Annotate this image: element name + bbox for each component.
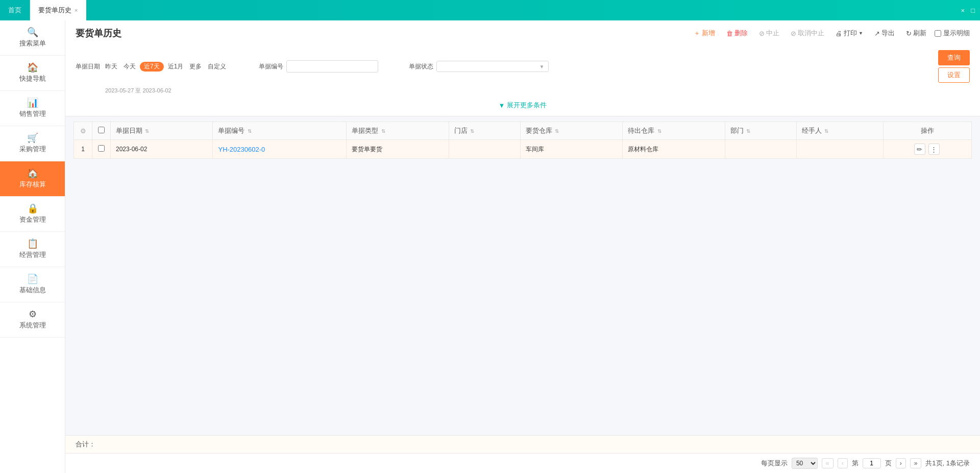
settings-button[interactable]: 设置 [938,67,970,83]
col-store-label: 门店 [454,127,468,134]
col-pending-warehouse-sort-icon: ⇅ [657,128,662,134]
window-close-btn[interactable]: × [961,7,965,14]
window-max-btn[interactable]: □ [971,7,975,14]
first-page-btn[interactable]: « [822,458,834,468]
col-date-sort-icon: ⇅ [145,128,149,134]
date-filter-group: 单据日期 昨天 今天 近7天 近1月 更多 自定义 [76,62,228,72]
next-page-btn[interactable]: › [896,458,906,468]
print-button[interactable]: 🖨 打印 ▼ [832,27,866,40]
sidebar-item-quick-nav[interactable]: 🏠 快捷导航 [0,56,65,91]
search-menu-icon: 🔍 [27,28,38,37]
date-btn-7days[interactable]: 近7天 [140,62,164,72]
date-btn-1month[interactable]: 近1月 [166,62,186,72]
stop-button[interactable]: ⊘ 中止 [756,27,782,40]
basic-info-icon: 📄 [27,274,38,283]
sidebar-item-operations[interactable]: 📋 经营管理 [0,232,65,267]
col-actions-label: 操作 [921,127,934,134]
tab-history-close[interactable]: × [75,7,78,13]
col-checkbox [92,122,111,140]
page-number-input[interactable] [863,458,881,468]
delete-icon: 🗑 [726,30,733,37]
display-detail-checkbox[interactable] [935,30,941,37]
status-dropdown-icon[interactable]: ▼ [539,64,544,69]
stop-icon: ⊘ [759,30,765,37]
expand-more-icon: ▼ [499,102,505,109]
col-department[interactable]: 部门 ⇅ [725,122,796,140]
cell-req-warehouse: 车间库 [520,140,622,159]
sidebar-item-system[interactable]: ⚙ 系统管理 [0,302,65,338]
export-button[interactable]: ↗ 导出 [871,27,898,40]
table-row: 1 2023-06-02 YH-20230602-0 要货单要货 车间库 原材料… [74,140,972,159]
last-page-btn[interactable]: » [910,458,922,468]
status-filter-group: 单据状态 ▼ [409,61,549,72]
col-pending-warehouse[interactable]: 待出仓库 ⇅ [623,122,725,140]
col-req-warehouse[interactable]: 要货仓库 ⇅ [520,122,622,140]
expand-more-label: 展开更多条件 [507,101,547,110]
cell-index: 1 [74,140,92,159]
col-date-label: 单据日期 [116,127,142,134]
sidebar-item-finance[interactable]: 🔒 资金管理 [0,197,65,232]
sidebar-item-inventory-label: 库存核算 [19,180,46,189]
col-req-warehouse-label: 要货仓库 [526,127,552,134]
sidebar-item-search-menu[interactable]: 🔍 搜索菜单 [0,20,65,56]
date-btn-custom[interactable]: 自定义 [206,62,228,72]
row-checkbox[interactable] [98,145,105,152]
add-button[interactable]: ＋ 新增 [691,27,718,40]
col-handler[interactable]: 经手人 ⇅ [797,122,884,140]
system-icon: ⚙ [29,310,37,319]
order-no-label: 单据编号 [259,62,283,71]
col-actions: 操作 [884,122,972,140]
row-more-btn[interactable]: ⋮ [928,144,940,155]
cell-date: 2023-06-02 [111,140,213,159]
table-container: ⚙ 单据日期 ⇅ 单据编号 ⇅ [65,116,980,435]
date-btn-today[interactable]: 今天 [121,62,138,72]
row-edit-btn[interactable]: ✏ [914,144,925,155]
status-input[interactable] [441,63,539,70]
expand-more-btn[interactable]: ▼ 展开更多条件 [76,99,970,112]
sidebar-item-search-label: 搜索菜单 [19,39,46,48]
page-header: 要货单历史 ＋ 新增 🗑 删除 ⊘ 中止 ⊘ [65,20,980,116]
query-button[interactable]: 查询 [938,50,970,65]
data-table: ⚙ 单据日期 ⇅ 单据编号 ⇅ [74,122,972,159]
page-label-prefix: 第 [852,459,859,468]
date-btn-yesterday[interactable]: 昨天 [103,62,119,72]
order-no-input[interactable] [286,60,378,73]
sidebar-item-sales[interactable]: 📊 销售管理 [0,91,65,126]
tab-history[interactable]: 要货单历史 × [30,0,86,20]
date-btn-more[interactable]: 更多 [187,62,204,72]
select-all-checkbox[interactable] [98,127,105,133]
table-settings-icon[interactable]: ⚙ [80,127,86,135]
cell-checkbox [92,140,111,159]
pagination-bar: 每页显示 10 20 50 100 « ‹ 第 页 › » 共1页, 1条记录 [65,453,980,473]
col-handler-sort-icon: ⇅ [824,128,828,134]
col-order-no[interactable]: 单据编号 ⇅ [213,122,347,140]
print-icon: 🖨 [836,30,842,37]
sidebar-item-basic-info[interactable]: 📄 基础信息 [0,267,65,302]
refresh-button[interactable]: ↻ 刷新 [903,27,929,40]
export-icon: ↗ [874,30,880,37]
summary-bar: 合计： [65,435,980,453]
prev-page-btn[interactable]: ‹ [838,458,848,468]
tab-history-label: 要货单历史 [38,6,71,15]
cell-handler [797,140,884,159]
display-detail-toggle[interactable]: 显示明细 [935,29,970,38]
cancel-stop-label: 取消中止 [798,29,824,38]
sidebar-item-operations-label: 经营管理 [19,250,46,259]
page-size-select[interactable]: 10 20 50 100 [792,458,818,469]
col-store[interactable]: 门店 ⇅ [449,122,520,140]
col-date[interactable]: 单据日期 ⇅ [111,122,213,140]
status-label: 单据状态 [409,62,433,71]
delete-button[interactable]: 🗑 删除 [723,27,751,40]
col-settings: ⚙ [74,122,92,140]
order-no-link[interactable]: YH-20230602-0 [218,146,265,153]
col-order-type[interactable]: 单据类型 ⇅ [347,122,449,140]
top-bar: + 新增 首页 要货单历史 × × □ [0,0,980,20]
sidebar-item-purchase[interactable]: 🛒 采购管理 [0,126,65,161]
tab-home[interactable]: + 新增 首页 [0,0,30,20]
tab-bar: + 新增 首页 要货单历史 × [0,0,86,20]
sidebar-item-inventory[interactable]: 🏠 库存核算 [0,161,65,197]
cancel-stop-button[interactable]: ⊘ 取消中止 [788,27,827,40]
col-store-sort-icon: ⇅ [470,128,474,134]
page-size-label: 每页显示 [761,459,788,468]
page-title-row: 要货单历史 ＋ 新增 🗑 删除 ⊘ 中止 ⊘ [76,27,970,40]
